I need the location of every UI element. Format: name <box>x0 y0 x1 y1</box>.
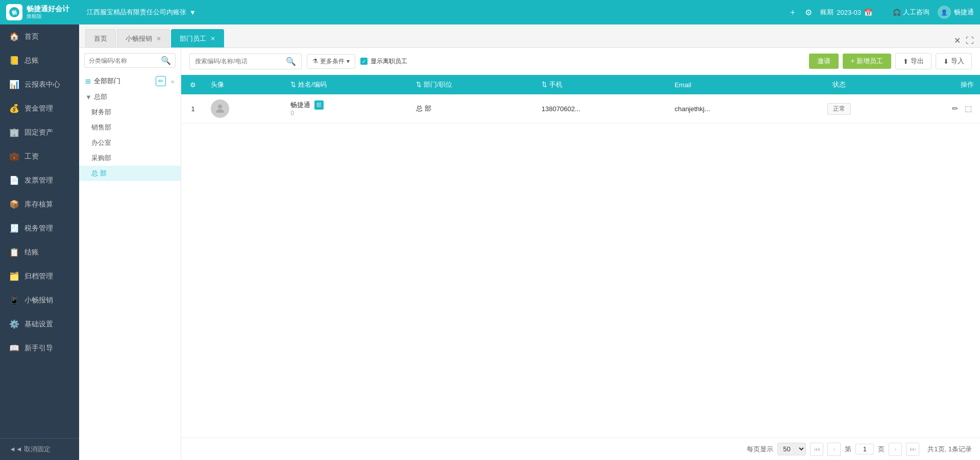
import-icon: ⬇ <box>943 58 949 65</box>
row-email-cell: chanjethkj... <box>669 94 793 123</box>
dept-item-hq-label: 总 部 <box>91 169 107 177</box>
sidebar-item-close-period[interactable]: 📋 结账 <box>0 240 79 264</box>
assets-icon: 🏢 <box>9 127 19 137</box>
logout-employee-button[interactable]: ⬚ <box>963 103 974 114</box>
dept-item-office-label: 办公室 <box>91 139 111 146</box>
edit-employee-button[interactable]: ✏ <box>950 103 961 114</box>
sidebar-item-ledger[interactable]: 📒 总账 <box>0 48 79 72</box>
dept-item-purchase[interactable]: 采购部 <box>79 150 181 166</box>
dept-item-sales[interactable]: 销售部 <box>79 120 181 135</box>
sidebar-item-tax[interactable]: 🧾 税务管理 <box>0 216 79 240</box>
row-avatar <box>205 94 284 123</box>
per-page-label: 每页显示 <box>747 445 773 454</box>
xiaochang-icon: 📱 <box>9 295 19 305</box>
funds-icon: 💰 <box>9 104 19 113</box>
sidebar-item-inventory[interactable]: 📦 库存核算 <box>0 192 79 216</box>
col-dept[interactable]: ⇅ 部门/职位 <box>410 75 535 94</box>
dept-item-finance[interactable]: 财务部 <box>79 105 181 120</box>
col-avatar: 头像 <box>205 75 284 94</box>
dept-parent-general[interactable]: ▼ 总部 <box>79 89 181 105</box>
col-settings[interactable]: ⚙ <box>181 75 205 94</box>
tab-xiaochang-label: 小畅报销 <box>126 34 152 43</box>
reports-icon: 📊 <box>9 80 19 89</box>
tab-xiaochang-close[interactable]: ✕ <box>156 35 161 42</box>
tab-dept-employee[interactable]: 部门员工 ✕ <box>171 29 224 47</box>
dept-item-office[interactable]: 办公室 <box>79 135 181 150</box>
invite-button[interactable]: 邀请 <box>809 54 839 69</box>
sidebar-item-xiaochang[interactable]: 📱 小畅报销 <box>0 288 79 312</box>
sidebar-item-funds[interactable]: 💰 资金管理 <box>0 96 79 120</box>
period-label: 账期 <box>820 8 834 17</box>
page-suffix: 页 <box>878 445 885 454</box>
top-header: 畅 畅捷通好会计 旗舰版 江西服宝精品有限责任公司内账张 ▼ ＋ ⚙ 账期 20… <box>0 0 980 24</box>
table-settings-icon[interactable]: ⚙ <box>190 81 196 89</box>
tab-dept-close[interactable]: ✕ <box>210 35 215 42</box>
employee-search-box[interactable]: 🔍 <box>189 54 302 69</box>
company-selector[interactable]: 江西服宝精品有限责任公司内账张 ▼ <box>87 8 196 17</box>
sidebar-item-archive[interactable]: 🗂️ 归档管理 <box>0 264 79 288</box>
tab-maximize-action[interactable]: ⛶ <box>966 36 974 45</box>
svg-point-2 <box>218 105 222 109</box>
last-page-button[interactable]: ⏭ <box>906 443 919 456</box>
dept-item-general-hq[interactable]: 总 部 <box>79 166 181 181</box>
sidebar-item-guide[interactable]: 📖 新手引导 <box>0 336 79 360</box>
app-edition: 旗舰版 <box>27 13 69 20</box>
add-tab-button[interactable]: ＋ <box>789 7 797 18</box>
next-page-button[interactable]: › <box>889 443 902 456</box>
dept-panel: 🔍 ⊞ 全部部门 ✏ « ▼ 总部 财务部 销售部 <box>79 48 181 460</box>
sidebar-item-label: 资金管理 <box>24 104 53 113</box>
sidebar-item-basic-settings[interactable]: ⚙️ 基础设置 <box>0 312 79 336</box>
dept-collapse-button[interactable]: ✏ <box>156 76 166 86</box>
sidebar-item-label: 税务管理 <box>24 224 53 233</box>
user-area[interactable]: 👤 畅捷通 <box>938 6 974 19</box>
more-filter-button[interactable]: ⚗ 更多条件 ▾ <box>307 54 355 69</box>
employee-badge: 部 <box>314 100 324 110</box>
sort-icon: ⇅ <box>290 81 296 88</box>
cancel-fixed-button[interactable]: ◄◄ 取消固定 <box>0 438 79 460</box>
sidebar-item-label: 工资 <box>24 152 39 161</box>
tab-close-action[interactable]: ✕ <box>954 36 961 45</box>
grid-icon: ⊞ <box>85 78 91 85</box>
dept-search-box[interactable]: 🔍 <box>84 53 176 68</box>
sidebar-item-home[interactable]: 🏠 首页 <box>0 24 79 48</box>
add-employee-button[interactable]: + 新增员工 <box>843 54 891 69</box>
page-number-input[interactable] <box>855 444 874 454</box>
row-dept-cell: 总 部 <box>410 94 535 123</box>
support-button[interactable]: 🎧 人工咨询 <box>893 8 929 17</box>
dept-label-general: 总部 <box>94 92 107 101</box>
row-status-cell: 正常 <box>793 94 886 123</box>
all-departments-item[interactable]: ⊞ 全部部门 ✏ « <box>79 73 181 89</box>
import-label: 导入 <box>951 57 964 66</box>
ledger-icon: 📒 <box>9 56 19 65</box>
filter-chevron-icon: ▾ <box>347 58 350 65</box>
col-phone[interactable]: ⇅ 手机 <box>535 75 669 94</box>
person-icon: 👤 <box>941 9 948 16</box>
first-page-button[interactable]: ⏮ <box>810 443 823 456</box>
sidebar-item-label: 云报表中心 <box>24 80 60 89</box>
sidebar-item-reports[interactable]: 📊 云报表中心 <box>0 72 79 96</box>
tab-xiaochang[interactable]: 小畅报销 ✕ <box>117 29 170 47</box>
prev-page-button[interactable]: ‹ <box>827 443 841 456</box>
employee-table: ⚙ 头像 ⇅ 姓名/编码 ⇅ <box>181 75 980 438</box>
sidebar-item-label: 发票管理 <box>24 176 53 185</box>
export-button[interactable]: ⬆ 导出 <box>895 53 932 69</box>
settings-button[interactable]: ⚙ <box>805 8 812 17</box>
dept-search-input[interactable] <box>89 57 159 64</box>
employee-search-input[interactable] <box>195 58 283 65</box>
sidebar-item-salary[interactable]: 💼 工资 <box>0 144 79 168</box>
app-name: 畅捷通好会计 <box>27 5 69 13</box>
dept-item-finance-label: 财务部 <box>91 108 111 116</box>
per-page-select[interactable]: 50 10 20 100 <box>777 443 806 455</box>
cancel-fixed-label: ◄◄ 取消固定 <box>9 445 51 454</box>
pagination: 每页显示 50 10 20 100 ⏮ ‹ 第 页 › ⏭ 共1页, 1条记录 <box>181 438 980 460</box>
show-resigned-toggle[interactable]: ✓ 显示离职员工 <box>360 57 407 66</box>
import-button[interactable]: ⬇ 导入 <box>936 53 972 69</box>
sidebar-item-invoice[interactable]: 📄 发票管理 <box>0 168 79 192</box>
tab-home[interactable]: 首页 <box>85 29 116 47</box>
col-name[interactable]: ⇅ 姓名/编码 <box>284 75 410 94</box>
svg-text:畅: 畅 <box>12 10 17 15</box>
resigned-checkbox[interactable]: ✓ <box>360 58 368 65</box>
sort-icon-phone: ⇅ <box>542 81 547 88</box>
calendar-icon[interactable]: 📅 <box>864 9 872 16</box>
sidebar-item-assets[interactable]: 🏢 固定资产 <box>0 120 79 144</box>
